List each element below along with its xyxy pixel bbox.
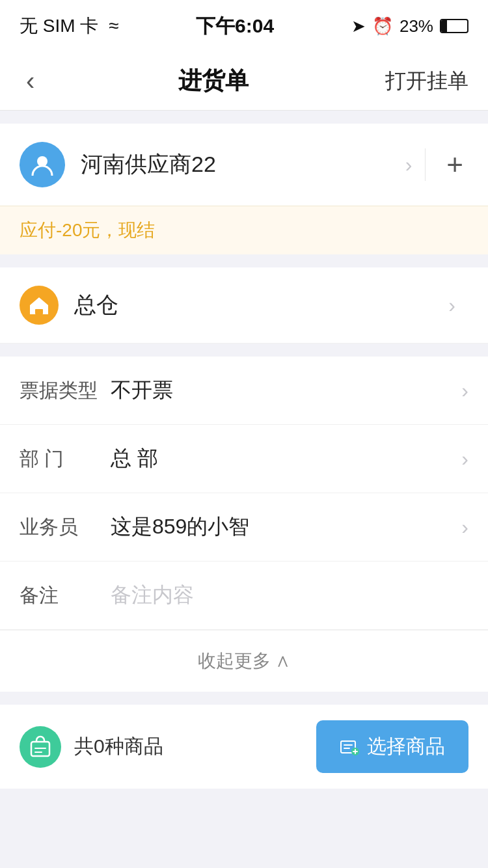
battery-indicator: [440, 19, 468, 33]
status-time: 下午6:04: [196, 13, 274, 40]
page-title: 进货单: [178, 65, 249, 97]
invoice-type-label: 票据类型: [20, 377, 98, 404]
invoice-type-value: 不开票: [98, 376, 461, 405]
supplier-chevron-icon: ›: [405, 153, 413, 177]
sales-person-row[interactable]: 业务员 这是859的小智 ›: [0, 493, 488, 562]
supplier-row[interactable]: 河南供应商22 › +: [0, 124, 488, 206]
section-gap-2: [0, 254, 488, 267]
select-goods-button[interactable]: 选择商品: [316, 720, 468, 773]
warehouse-name: 总仓: [74, 290, 448, 320]
collapse-label: 收起更多 ∧: [198, 651, 291, 671]
open-pending-button[interactable]: 打开挂单: [385, 67, 468, 96]
warehouse-icon: [20, 286, 59, 325]
goods-count-wrapper: 共0种商品: [20, 726, 163, 768]
notice-text: 应付-20元，现结: [20, 220, 155, 240]
section-gap-1: [0, 111, 488, 124]
remark-label: 备注: [20, 582, 98, 609]
department-row[interactable]: 部 门 总 部 ›: [0, 425, 488, 493]
remark-row[interactable]: 备注 备注内容: [0, 562, 488, 630]
notice-bar: 应付-20元，现结: [0, 206, 488, 254]
alarm-icon: ⏰: [372, 16, 393, 36]
sales-person-label: 业务员: [20, 514, 98, 541]
sales-person-chevron-icon: ›: [461, 515, 468, 539]
status-right: ➤ ⏰ 23%: [351, 16, 468, 36]
back-button[interactable]: ‹: [20, 60, 41, 102]
goods-icon: [20, 726, 61, 768]
location-icon: ➤: [351, 16, 366, 36]
battery-percent: 23%: [400, 16, 433, 36]
section-gap-3: [0, 344, 488, 357]
vertical-divider: [425, 148, 426, 181]
warehouse-row[interactable]: 总仓 ›: [0, 267, 488, 344]
warehouse-chevron-icon: ›: [448, 293, 455, 318]
remark-input[interactable]: 备注内容: [98, 581, 468, 610]
department-label: 部 门: [20, 446, 98, 472]
add-button[interactable]: +: [441, 148, 468, 181]
collapse-toggle[interactable]: 收起更多 ∧: [0, 630, 488, 692]
department-chevron-icon: ›: [461, 447, 468, 471]
department-value: 总 部: [98, 444, 461, 473]
nav-bar: ‹ 进货单 打开挂单: [0, 52, 488, 111]
invoice-type-row[interactable]: 票据类型 不开票 ›: [0, 357, 488, 425]
sales-person-value: 这是859的小智: [98, 513, 461, 541]
select-goods-label: 选择商品: [367, 733, 445, 760]
invoice-type-chevron-icon: ›: [461, 379, 468, 403]
supplier-card: 河南供应商22 › + 应付-20元，现结: [0, 124, 488, 254]
form-card: 票据类型 不开票 › 部 门 总 部 › 业务员 这是859的小智 › 备注 备…: [0, 357, 488, 692]
goods-count-text: 共0种商品: [74, 733, 163, 760]
bottom-bar: 共0种商品 选择商品: [0, 705, 488, 789]
supplier-name: 河南供应商22: [81, 150, 405, 180]
status-bar: 无 SIM 卡 ≈ 下午6:04 ➤ ⏰ 23%: [0, 0, 488, 52]
svg-rect-1: [35, 309, 43, 314]
supplier-avatar: [20, 142, 65, 187]
status-left: 无 SIM 卡 ≈: [20, 14, 118, 38]
